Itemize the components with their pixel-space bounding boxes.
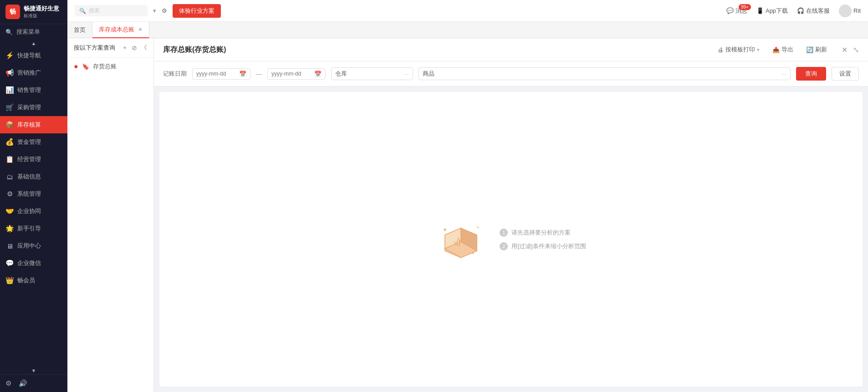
cooperation-icon: 🤝 — [5, 207, 14, 215]
filter-item-icon: 🔖 — [82, 63, 89, 70]
date-end-calendar-icon[interactable]: 📅 — [314, 71, 322, 77]
sidebar: 畅 畅捷通好生意 标准版 🔍 搜索菜单 ▲ ⚡ 快捷导航 📢 营销推广 📊 销售… — [0, 0, 67, 392]
sidebar-item-inventory[interactable]: 📦 库存核算 — [0, 116, 67, 133]
sidebar-item-system[interactable]: ⚙ 系统管理 — [0, 185, 67, 203]
filter-item-dot: ● — [74, 62, 78, 71]
filter-row: 记账日期 📅 — 📅 仓库 ··· 商品 ··· — [154, 61, 868, 87]
tip-num-2: 2 — [500, 242, 508, 250]
warehouse-label: 仓库 — [335, 70, 347, 78]
sidebar-item-cooperation[interactable]: 🤝 企业协同 — [0, 203, 67, 220]
date-label: 记账日期 — [163, 70, 187, 78]
empty-state: ! ✦ ✦ ✦ 1 请先选择要分析的方案 2 用[过滤]条件来缩小 — [159, 92, 863, 387]
sidebar-item-basic[interactable]: 🗂 基础信息 — [0, 168, 67, 185]
filter-item-inventory-ledger[interactable]: ● 🔖 存货总账 — [67, 58, 153, 75]
message-btn[interactable]: 💬 消息 99+ — [726, 7, 747, 15]
warehouse-more-icon[interactable]: ··· — [404, 71, 409, 77]
empty-tip-2: 2 用[过滤]条件来缩小分析范围 — [500, 242, 586, 250]
filter-delete-icon[interactable]: ⊘ — [132, 44, 137, 51]
appcenter-icon: 🖥 — [5, 242, 14, 250]
refresh-icon: 🔄 — [806, 46, 813, 53]
main-area: 🔍 搜索 ▾ ⚙ 体验行业方案 💬 消息 99+ 📱 App下载 🎧 在线客服 … — [67, 0, 868, 392]
online-service-btn[interactable]: 🎧 在线客服 — [797, 7, 830, 15]
svg-text:!: ! — [458, 238, 461, 247]
inventory-icon: 📦 — [5, 121, 14, 129]
panel-expand-icon[interactable]: ⤡ — [853, 46, 859, 54]
sidebar-item-operations[interactable]: 📋 经营管理 — [0, 151, 67, 168]
phone-icon: 📱 — [756, 7, 764, 14]
settings-button[interactable]: 设置 — [832, 67, 859, 81]
panel-close-icon[interactable]: ✕ — [842, 46, 848, 54]
date-start-calendar-icon[interactable]: 📅 — [239, 71, 246, 77]
sidebar-item-appcenter[interactable]: 🖥 应用中心 — [0, 237, 67, 255]
svg-text:✦: ✦ — [471, 251, 475, 255]
sidebar-search[interactable]: 🔍 搜索菜单 — [0, 24, 67, 40]
print-icon: 🖨 — [718, 46, 724, 53]
date-end-input[interactable] — [271, 71, 312, 77]
empty-box-illustration: ! ✦ ✦ ✦ — [436, 214, 486, 265]
app-logo-text: 畅捷通好生意 标准版 — [24, 5, 59, 19]
topbar-search-area[interactable]: 🔍 搜索 — [75, 5, 148, 16]
sidebar-bottom: ⚙ 🔊 — [0, 374, 67, 392]
sidebar-item-shortcut[interactable]: ⚡ 快捷导航 — [0, 47, 67, 64]
user-avatar-area[interactable]: Rit — [839, 5, 861, 17]
scroll-down-arrow[interactable]: ▼ — [0, 367, 67, 374]
sidebar-item-purchase[interactable]: 🛒 采购管理 — [0, 99, 67, 116]
avatar — [839, 5, 852, 17]
topbar: 🔍 搜索 ▾ ⚙ 体验行业方案 💬 消息 99+ 📱 App下载 🎧 在线客服 … — [67, 0, 868, 22]
export-icon: 📤 — [772, 46, 780, 53]
sidebar-item-wechat[interactable]: 💬 企业微信 — [0, 255, 67, 272]
topbar-right: 💬 消息 99+ 📱 App下载 🎧 在线客服 Rit — [726, 5, 861, 17]
main-content: 库存总账(存货总账) 🖨 按模板打印 ▾ 📤 导出 🔄 刷新 — [154, 38, 868, 392]
print-btn[interactable]: 🖨 按模板打印 ▾ — [714, 44, 763, 56]
date-start-input[interactable] — [196, 71, 237, 77]
topbar-chevron-icon[interactable]: ▾ — [153, 7, 156, 14]
filter-panel-title: 按以下方案查询 — [74, 44, 115, 52]
operations-icon: 📋 — [5, 155, 14, 163]
scroll-up-arrow[interactable]: ▲ — [0, 40, 67, 47]
sales-icon: 📊 — [5, 86, 14, 94]
app-download-btn[interactable]: 📱 App下载 — [756, 7, 788, 15]
filter-collapse-icon[interactable]: 《 — [141, 44, 147, 52]
sidebar-logo: 畅 畅捷通好生意 标准版 — [0, 0, 67, 24]
svg-text:✦: ✦ — [476, 225, 480, 230]
message-icon: 💬 — [726, 7, 734, 14]
content-area: 按以下方案查询 ＋ ⊘ 《 ● 🔖 存货总账 库存总账(存货总账) 🖨 — [67, 38, 868, 392]
empty-tips: 1 请先选择要分析的方案 2 用[过滤]条件来缩小分析范围 — [500, 229, 586, 250]
guide-icon: 🌟 — [5, 224, 14, 233]
product-more-icon[interactable]: ··· — [781, 71, 786, 77]
date-separator: — — [256, 71, 262, 77]
product-field[interactable]: 商品 ··· — [419, 67, 791, 80]
industry-btn[interactable]: 体验行业方案 — [173, 4, 221, 18]
product-label: 商品 — [423, 70, 434, 78]
sidebar-item-guide[interactable]: 🌟 新手引导 — [0, 220, 67, 237]
topbar-search-icon: 🔍 — [79, 8, 86, 14]
svg-text:✦: ✦ — [443, 227, 447, 233]
speaker-bottom-icon[interactable]: 🔊 — [19, 379, 27, 387]
topbar-gear-icon[interactable]: ⚙ — [162, 7, 167, 14]
tab-home[interactable]: 首页 — [67, 22, 92, 38]
filter-header: 按以下方案查询 ＋ ⊘ 《 — [67, 38, 153, 58]
search-button[interactable]: 查询 — [796, 67, 826, 81]
purchase-icon: 🛒 — [5, 103, 14, 112]
settings-bottom-icon[interactable]: ⚙ — [5, 379, 11, 387]
sidebar-item-sales[interactable]: 📊 销售管理 — [0, 81, 67, 99]
filter-header-icons: ＋ ⊘ 《 — [122, 44, 147, 52]
tab-bar: 首页 库存成本总账 ✕ — [67, 22, 868, 38]
sidebar-item-marketing[interactable]: 📢 营销推广 — [0, 64, 67, 81]
marketing-icon: 📢 — [5, 69, 14, 77]
tab-inventory-ledger[interactable]: 库存成本总账 ✕ — [92, 22, 149, 38]
export-btn[interactable]: 📤 导出 — [769, 44, 797, 56]
headset-icon: 🎧 — [797, 7, 804, 14]
system-icon: ⚙ — [5, 190, 14, 198]
sidebar-item-member[interactable]: 👑 畅会员 — [0, 272, 67, 289]
sidebar-item-finance[interactable]: 💰 资金管理 — [0, 133, 67, 151]
warehouse-field[interactable]: 仓库 ··· — [331, 67, 413, 80]
wechat-icon: 💬 — [5, 259, 14, 267]
refresh-btn[interactable]: 🔄 刷新 — [802, 44, 831, 56]
page-title: 库存总账(存货总账) — [163, 45, 226, 55]
filter-add-icon[interactable]: ＋ — [122, 44, 128, 52]
empty-tip-1: 1 请先选择要分析的方案 — [500, 229, 586, 237]
filter-panel: 按以下方案查询 ＋ ⊘ 《 ● 🔖 存货总账 — [67, 38, 154, 392]
tab-close-icon[interactable]: ✕ — [138, 27, 143, 32]
print-chevron-icon: ▾ — [757, 47, 760, 53]
